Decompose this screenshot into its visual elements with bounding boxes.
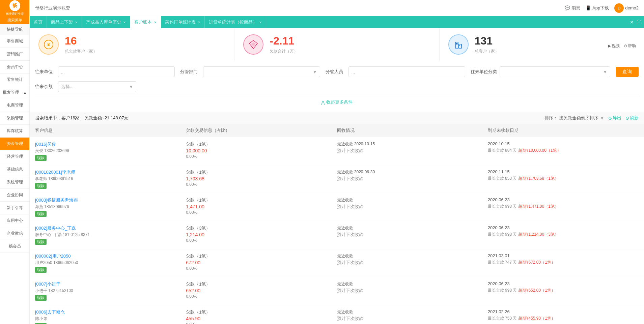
customer-name-link[interactable]: [0007]小进干 [35,281,186,287]
collection-next: 预计下次收款 [337,204,488,210]
overdue-link[interactable]: 超期¥652.00（1笔） [518,288,555,293]
tab-finished-goods[interactable]: 产成品入库单历史 ✕ [82,16,130,28]
summary-info-1: 16 总欠款客户（家） [65,35,97,54]
svg-rect-6 [456,43,457,44]
overdue-link[interactable]: 超期¥1,703.68（1笔） [518,176,559,181]
collection-next: 预计下次收款 [337,176,488,182]
sidebar-item-vip[interactable]: 畅会员 [0,240,29,253]
search-button[interactable]: 查询 [616,67,639,77]
customer-phone: 吴俊 13026203696 [35,148,186,154]
sidebar-item-retail-mall[interactable]: 零售商城 [0,35,29,48]
balance-value: 选择... [61,84,74,90]
svg-rect-8 [456,45,457,45]
debt-label: 欠款金额 [84,115,102,120]
sidebar-item-basic-info[interactable]: 基础信息 [0,163,29,176]
collection-recent: 最近收款 [337,309,488,315]
customer-name-link[interactable]: [000002]用户2050 [35,253,186,259]
person-dots: ... [352,69,355,75]
message-button[interactable]: 💬 消息 [565,5,580,11]
debt-info-cell: 欠款（1笔） 672.00 0.00% [186,253,337,271]
unit-category-select[interactable]: ▼ [500,66,610,77]
debt-count: 欠款（1笔） [186,281,337,287]
overdue-link[interactable]: 超期¥1,214.00（3笔） [518,232,559,237]
collection-recent: 最近收款 [337,253,488,259]
overdue-link[interactable]: 超期¥455.90（1笔） [518,316,555,321]
tab-customer-ledger[interactable]: 客户账本 ✕ [130,16,161,28]
tab-goods-stats[interactable]: 进货单统计表（按商品） ✕ [205,16,266,28]
customer-name-link[interactable]: [0003]畅捷服务尹海燕 [35,197,186,203]
collection-recent: 最近收款 [337,197,488,203]
main-content: 母婴行业演示账套 💬 消息 📱 App下载 D demo2 首页 [30,0,644,324]
tab-purchase-order-stats[interactable]: 采购订单统计表 ✕ [161,16,205,28]
person-input[interactable]: ... [348,66,465,77]
topbar-right: 💬 消息 📱 App下载 D demo2 [565,3,639,13]
due-date: 2020.06.23 [488,225,639,230]
customer-name-link[interactable]: [0001020001]李老师 [35,169,186,175]
debt-amount: 1,703.68 [186,176,337,181]
sidebar-item-marketing[interactable]: 营销推广 [0,48,29,61]
customer-name-link[interactable]: [0002]服务中心_丁磊 [35,225,186,231]
customer-name-link[interactable]: [0016]吴俊 [35,141,186,147]
debt-ratio: 0.00% [186,266,337,271]
sidebar-item-enterprise[interactable]: 企业协同 [0,189,29,202]
customer-name-link[interactable]: [0006]去下粮仓 [35,309,186,315]
debt-amount: 672.00 [186,260,337,265]
due-date: 2020.11.15 [488,169,639,174]
dept-select[interactable]: ▼ [203,66,320,77]
video-link[interactable]: ▶ 视频 [608,43,620,49]
collection-cell: 最近收款 预计下次收款 [337,281,488,294]
balance-select[interactable]: 选择... ▼ [58,81,136,92]
sidebar-item-label: 批发管理 [3,90,19,95]
sidebar-item-label: 库存核算 [1,128,28,134]
due-date: 2020.10.15 [488,141,639,146]
export-label: 导出 [613,115,621,121]
sidebar-item-label: 营销推广 [1,51,28,57]
tab-product-listing[interactable]: 商品上下架 ✕ [47,16,82,28]
user-menu[interactable]: D demo2 [614,3,639,13]
close-icon[interactable]: ✕ [198,21,200,24]
close-icon[interactable]: ✕ [259,21,262,24]
sidebar-item-inventory[interactable]: 库存核算 [0,125,29,138]
sidebar-item-purchase[interactable]: 采购管理 [0,112,29,125]
help-link[interactable]: ⊙ 帮助 [624,43,636,49]
tabs-bar: 首页 商品上下架 ✕ 产成品入库单历史 ✕ 客户账本 ✕ 采购订单统计表 ✕ 进… [30,16,644,28]
chevron-up-icon: ⋀ [321,100,325,105]
source-unit-input[interactable]: ... [58,66,175,77]
sidebar-item-guide[interactable]: 新手引导 [0,202,29,214]
debt-info-cell: 欠款（1笔） 1,471.00 0.00% [186,197,337,215]
sort-value: 按欠款金额倒序排序 [559,115,598,121]
sidebar-item-wholesale[interactable]: 批发管理 ▲ [0,86,29,99]
sidebar-item-member[interactable]: 会员中心 [0,61,29,73]
sidebar-item-wechat[interactable]: 企业微信 [0,227,29,240]
debt-total-value: -2.11 [270,35,298,47]
sort-select[interactable]: 排序： 按欠款金额倒序排序 ▼ [544,115,604,121]
quick-nav-item[interactable]: 快捷导航 [0,24,29,35]
close-icon[interactable]: ✕ [154,21,157,24]
overdue-link[interactable]: 超期¥1,471.00（1笔） [518,204,559,209]
collapse-filter-button[interactable]: ⋀ 收起更多条件 [35,98,639,107]
tab-home[interactable]: 首页 [30,16,47,28]
due-date-cell: 2021.02.26 最长欠款 750 天 超期¥455.90（1笔） [488,309,639,321]
collection-next: 预计下次收款 [337,260,488,266]
search-menu-item[interactable]: 搜索菜单 [0,16,29,24]
refresh-icon: ⊙ [625,116,629,121]
building-icon [448,34,469,55]
close-all-tabs-button[interactable]: ✕ [630,20,634,25]
results-actions: 排序： 按欠款金额倒序排序 ▼ ⊙ 导出 ⊙ 刷新 [544,115,639,121]
debt-info-cell: 欠款（1笔） 455.90 0.00% [186,309,337,324]
app-download-button[interactable]: 📱 App下载 [586,5,609,11]
overdue-link[interactable]: 超期¥10,000.00（1笔） [518,148,561,153]
export-button[interactable]: ⊙ 导出 [608,115,621,121]
maximize-button[interactable]: ⛶ [637,20,641,25]
sidebar-item-retail-stats[interactable]: 零售统计 [0,73,29,86]
sidebar-item-operations[interactable]: 经营管理 [0,150,29,163]
close-icon[interactable]: ✕ [123,21,126,24]
customer-info-cell: [0006]去下粮仓 陈小弟 现款 [35,309,186,324]
overdue-link[interactable]: 超期¥672.00（1笔） [518,260,555,265]
sidebar-item-apps[interactable]: 应用中心 [0,214,29,227]
refresh-button[interactable]: ⊙ 刷新 [625,115,639,121]
sidebar-item-finance[interactable]: 资金管理 [0,138,29,150]
sidebar-item-ecommerce[interactable]: 电商管理 [0,99,29,112]
close-icon[interactable]: ✕ [75,21,78,24]
sidebar-item-system[interactable]: 系统管理 [0,176,29,189]
